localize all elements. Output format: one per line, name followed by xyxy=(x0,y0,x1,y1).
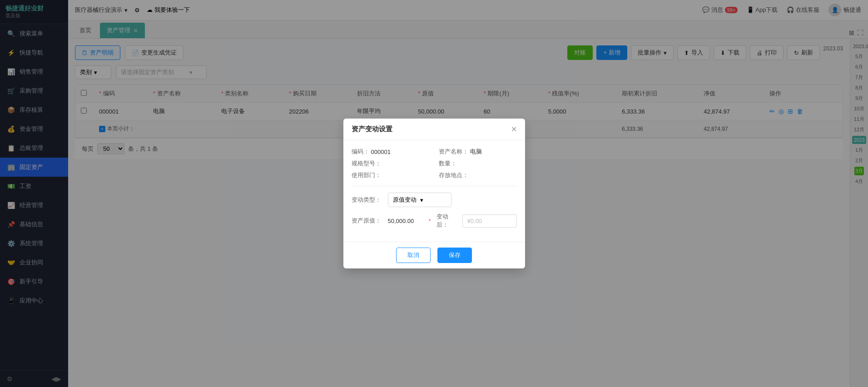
save-btn[interactable]: 保存 xyxy=(437,248,472,263)
dialog-header: 资产变动设置 ✕ xyxy=(343,119,525,140)
dialog-dept-row: 使用部门： xyxy=(352,171,430,179)
after-value-input[interactable] xyxy=(462,214,517,228)
dialog-body: 编码： 000001 资产名称： 电脑 规格型号： 数量： 使用部门： xyxy=(343,140,525,242)
asset-change-dialog: 资产变动设置 ✕ 编码： 000001 资产名称： 电脑 规格型号： 数量： xyxy=(343,119,525,268)
asset-value-display: 50,000.00 xyxy=(388,218,424,224)
change-type-label: 变动类型： xyxy=(352,196,383,204)
after-label: 变动后： xyxy=(436,213,458,229)
dialog-footer: 取消 保存 xyxy=(343,242,525,268)
change-type-dropdown-icon: ▾ xyxy=(420,197,423,203)
dialog-title: 资产变动设置 xyxy=(352,125,392,134)
dialog-info: 编码： 000001 资产名称： 电脑 规格型号： 数量： 使用部门： xyxy=(352,148,517,179)
location-label: 存放地点： xyxy=(439,171,468,179)
dialog-location-row: 存放地点： xyxy=(439,171,517,179)
dialog-quantity-row: 数量： xyxy=(439,159,517,168)
dept-label: 使用部门： xyxy=(352,171,381,179)
dialog-overlay: 资产变动设置 ✕ 编码： 000001 资产名称： 电脑 规格型号： 数量： xyxy=(0,0,868,387)
change-type-value: 原值变动 xyxy=(393,196,417,204)
dialog-close-btn[interactable]: ✕ xyxy=(511,125,517,134)
change-type-row: 变动类型： 原值变动 ▾ xyxy=(352,193,517,207)
code-value: 000001 xyxy=(371,149,391,155)
asset-name-label: 资产名称： xyxy=(439,148,468,156)
dialog-spec-row: 规格型号： xyxy=(352,159,430,168)
required-star: * xyxy=(429,218,431,224)
spec-label: 规格型号： xyxy=(352,159,381,168)
dialog-divider xyxy=(352,186,517,186)
asset-value-row: 资产原值： 50,000.00 * 变动后： xyxy=(352,213,517,229)
cancel-btn[interactable]: 取消 xyxy=(396,248,431,263)
dialog-code-row: 编码： 000001 xyxy=(352,148,430,156)
quantity-label: 数量： xyxy=(439,159,456,168)
asset-value-label: 资产原值： xyxy=(352,217,383,225)
dialog-asset-name-row: 资产名称： 电脑 xyxy=(439,148,517,156)
code-label: 编码： xyxy=(352,148,369,156)
change-type-select[interactable]: 原值变动 ▾ xyxy=(388,193,451,207)
asset-name-value: 电脑 xyxy=(470,148,482,156)
